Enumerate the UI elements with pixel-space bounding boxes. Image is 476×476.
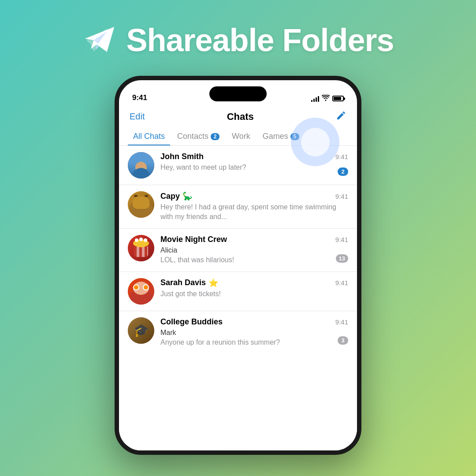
capy-emoji: 🦕: [182, 191, 192, 201]
chat-name-john: John Smith: [160, 152, 204, 161]
chat-time-college: 9:41: [335, 318, 348, 326]
chat-top-sarah: Sarah Davis ⭐ 9:41: [160, 278, 348, 288]
chat-item-capy[interactable]: Capy 🦕 9:41 Hey there! I had a great day…: [119, 185, 357, 229]
phone-body: 9:41: [115, 76, 361, 455]
battery-icon: [332, 96, 344, 101]
chat-top-capy: Capy 🦕 9:41: [160, 191, 348, 201]
chat-preview-capy: Hey there! I had a great day, spent some…: [160, 202, 348, 222]
unread-badge-college: 3: [338, 336, 348, 345]
games-badge: 5: [290, 133, 299, 140]
chat-preview-sarah: Just got the tickets!: [160, 289, 348, 299]
chat-time-john: 9:41: [335, 153, 348, 160]
chat-name-movie: Movie Night Crew: [160, 235, 227, 244]
avatar-movie: [128, 235, 154, 261]
avatar-sarah: [128, 278, 154, 305]
chat-body-capy: Capy 🦕 9:41 Hey there! I had a great day…: [160, 191, 348, 222]
nav-bar: Edit Chats: [119, 106, 357, 126]
chat-item-college[interactable]: 🎓 College Buddies 9:41 Mark Anyo: [119, 311, 357, 354]
wifi-icon: [322, 95, 330, 102]
chat-sender-movie: Alicia: [160, 246, 177, 254]
avatar-john: [128, 152, 154, 178]
chat-name-college: College Buddies: [160, 317, 223, 327]
status-time: 9:41: [132, 93, 147, 102]
app-content: Edit Chats All Chats Contacts: [119, 106, 357, 450]
status-icons: [311, 95, 344, 102]
tab-work[interactable]: Work: [227, 128, 256, 145]
contacts-badge: 2: [211, 133, 219, 140]
avatar-capy: [128, 191, 154, 218]
telegram-logo-icon: [82, 22, 117, 58]
chat-item-sarah[interactable]: Sarah Davis ⭐ 9:41 Just got the tickets!: [119, 272, 357, 311]
chat-top-john: John Smith 9:41: [160, 152, 348, 161]
dynamic-island: [209, 86, 267, 101]
chat-top-college: College Buddies 9:41: [160, 317, 348, 327]
signal-icon: [311, 96, 319, 102]
chat-preview-college: Mark Anyone up for a reunion this summer…: [160, 328, 348, 348]
chat-time-sarah: 9:41: [335, 279, 348, 286]
compose-button[interactable]: [336, 110, 346, 123]
chat-item-movie[interactable]: Movie Night Crew 9:41 Alicia LOL, that w…: [119, 229, 357, 272]
avatar-college: 🎓: [128, 317, 154, 344]
chat-item-john[interactable]: John Smith 9:41 Hey, want to meet up lat…: [119, 146, 357, 185]
chat-name-capy: Capy 🦕: [160, 191, 192, 201]
chat-body-sarah: Sarah Davis ⭐ 9:41 Just got the tickets!: [160, 278, 348, 299]
chat-body-john: John Smith 9:41 Hey, want to meet up lat…: [160, 152, 348, 172]
chat-sender-college: Mark: [160, 329, 176, 336]
header-area: Shareable Folders: [0, 0, 476, 71]
chat-body-college: College Buddies 9:41 Mark Anyone up for …: [160, 317, 348, 348]
unread-badge-movie: 13: [336, 254, 348, 263]
chat-preview-john: Hey, want to meet up later?: [160, 163, 348, 172]
chat-name-sarah: Sarah Davis ⭐: [160, 278, 218, 288]
chat-list: John Smith 9:41 Hey, want to meet up lat…: [119, 146, 357, 450]
tab-contacts[interactable]: Contacts 2: [172, 128, 225, 145]
tab-all-chats[interactable]: All Chats: [128, 128, 170, 145]
chat-body-movie: Movie Night Crew 9:41 Alicia LOL, that w…: [160, 235, 348, 265]
chat-top-movie: Movie Night Crew 9:41: [160, 235, 348, 244]
chat-time-capy: 9:41: [335, 193, 348, 200]
phone-mockup: 9:41: [115, 76, 361, 455]
nav-title: Chats: [227, 111, 254, 123]
chat-time-movie: 9:41: [335, 236, 348, 243]
header-title: Shareable Folders: [126, 22, 394, 58]
chat-preview-movie: Alicia LOL, that was hilarious!: [160, 245, 348, 265]
tab-games[interactable]: Games 5: [257, 128, 305, 145]
unread-badge-john: 2: [338, 167, 348, 176]
tabs-bar: All Chats Contacts 2 Work Games 5: [119, 126, 357, 146]
star-emoji: ⭐: [208, 278, 218, 288]
edit-button[interactable]: Edit: [130, 112, 145, 122]
